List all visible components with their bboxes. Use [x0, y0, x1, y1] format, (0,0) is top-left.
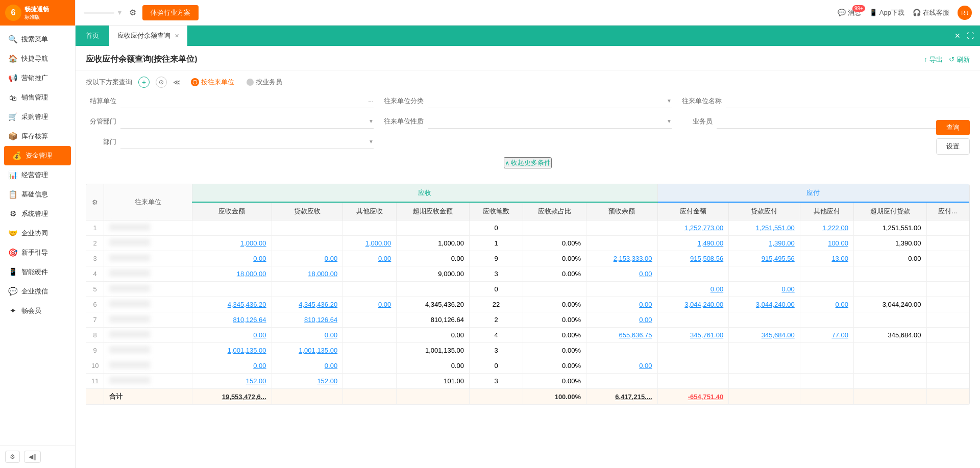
- tabbar-expand-button[interactable]: ⛶: [967, 32, 974, 40]
- row-ap-amount[interactable]: 0.00: [657, 282, 729, 297]
- row-ar-prepay[interactable]: 0.00: [586, 358, 657, 374]
- row-ar-ratio[interactable]: 0.00%: [523, 251, 586, 266]
- row-ar-loan[interactable]: 0.00: [272, 328, 343, 343]
- messages-button[interactable]: 💬 消息 99+: [838, 8, 861, 17]
- row-ar-prepay[interactable]: 0.00: [586, 312, 657, 328]
- row-ar-amount[interactable]: 810,126.64: [192, 312, 272, 328]
- sidebar-item-inventory[interactable]: 📦 库存核算: [0, 127, 75, 146]
- sidebar-item-operations[interactable]: 📊 经营管理: [0, 165, 75, 185]
- row-ar-ratio[interactable]: 0.00%: [523, 328, 586, 343]
- nature-input[interactable]: [428, 115, 667, 127]
- row-ar-amount[interactable]: 1,001,135.00: [192, 343, 272, 358]
- row-ar-prepay[interactable]: 0.00: [586, 297, 657, 312]
- row-ar-amount[interactable]: 4,345,436.20: [192, 297, 272, 312]
- row-ap-loan[interactable]: 345,684.00: [729, 328, 800, 343]
- row-ar-loan[interactable]: 0.00: [272, 358, 343, 374]
- row-ar-count[interactable]: 0: [469, 358, 523, 374]
- row-ar-prepay[interactable]: 2,153,333.00: [586, 251, 657, 266]
- row-ar-count[interactable]: 9: [469, 251, 523, 266]
- row-ar-count[interactable]: 2: [469, 312, 523, 328]
- row-ar-other[interactable]: 0.00: [343, 297, 397, 312]
- row-ar-loan[interactable]: 18,000.00: [272, 266, 343, 282]
- tab-arquery[interactable]: 应收应付余额查询 ✕: [109, 26, 187, 46]
- row-ap-amount[interactable]: 915,508.56: [657, 251, 729, 266]
- row-ap-loan[interactable]: 0.00: [729, 282, 800, 297]
- row-ap-overdue[interactable]: 1,251,551.00: [853, 220, 926, 236]
- row-ap-other[interactable]: 13.00: [800, 251, 853, 266]
- category-arrow[interactable]: ▼: [667, 98, 672, 104]
- footer-ar-amount[interactable]: 19,553,472,6...: [192, 389, 272, 405]
- row-ap-other[interactable]: 77.00: [800, 328, 853, 343]
- sidebar-item-system[interactable]: ⚙ 系统管理: [0, 204, 75, 224]
- row-ap-loan[interactable]: 1,390.00: [729, 236, 800, 251]
- row-ar-overdue[interactable]: 0.00: [397, 358, 470, 374]
- sidebar-item-basics[interactable]: 📋 基础信息: [0, 185, 75, 204]
- row-ar-amount[interactable]: 0.00: [192, 358, 272, 374]
- row-ap-loan[interactable]: 3,044,240.00: [729, 297, 800, 312]
- sidebar-item-guide[interactable]: 🎯 新手引导: [0, 243, 75, 262]
- row-ar-overdue[interactable]: 0.00: [397, 328, 470, 343]
- row-ar-count[interactable]: 1: [469, 236, 523, 251]
- row-ap-amount[interactable]: 3,044,240.00: [657, 297, 729, 312]
- category-input-wrapper[interactable]: ▼: [428, 94, 672, 108]
- plan-button[interactable]: 体验行业方案: [142, 5, 199, 20]
- filter-add-button[interactable]: +: [138, 77, 150, 88]
- sidebar-settings-button[interactable]: ⚙: [5, 451, 20, 463]
- settlement-dots[interactable]: ···: [368, 97, 374, 105]
- sidebar-item-finance[interactable]: 💰 资金管理: [4, 146, 71, 165]
- row-ar-prepay[interactable]: 655,636.75: [586, 328, 657, 343]
- row-ar-count[interactable]: 0: [469, 282, 523, 297]
- department-input-wrapper[interactable]: ▼: [120, 135, 374, 149]
- row-ar-ratio[interactable]: 0.00%: [523, 266, 586, 282]
- sidebar-item-purchase[interactable]: 🛒 采购管理: [0, 107, 75, 127]
- filter-settings-button[interactable]: 设置: [936, 138, 970, 155]
- tab-home[interactable]: 首页: [76, 26, 109, 46]
- tabbar-close-button[interactable]: ✕: [954, 32, 961, 40]
- dept-input-wrapper[interactable]: ▼: [120, 114, 374, 129]
- user-avatar[interactable]: Rit: [958, 6, 972, 20]
- sidebar-item-shortcut[interactable]: 🏠 快捷导航: [0, 49, 75, 68]
- salesperson-input-wrapper[interactable]: ···: [717, 114, 970, 129]
- filter-more-button[interactable]: ∧ 收起更多条件: [504, 157, 552, 168]
- department-arrow[interactable]: ▼: [369, 139, 374, 144]
- download-button[interactable]: 📱 App下载: [869, 8, 904, 17]
- row-ar-ratio[interactable]: 0.00%: [523, 297, 586, 312]
- dept-input[interactable]: [120, 115, 369, 127]
- settlement-input-wrapper[interactable]: ···: [120, 94, 374, 108]
- row-ap-loan[interactable]: 1,251,551.00: [729, 220, 800, 236]
- row-ar-loan[interactable]: 0.00: [272, 251, 343, 266]
- sidebar-collapse-button[interactable]: ◀‖: [24, 451, 41, 463]
- row-ap-loan[interactable]: 915,495.56: [729, 251, 800, 266]
- nature-arrow[interactable]: ▼: [667, 118, 672, 124]
- filter-scheme-by-customer[interactable]: 按往来单位: [191, 78, 234, 87]
- sidebar-item-marketing[interactable]: 📢 营销推广: [0, 68, 75, 88]
- name-input-wrapper[interactable]: [726, 94, 970, 108]
- sidebar-item-search[interactable]: 🔍 搜索菜单: [0, 30, 75, 49]
- row-ar-ratio[interactable]: 0.00%: [523, 343, 586, 358]
- export-button[interactable]: ↑ 导出: [924, 55, 943, 64]
- tab-close-icon[interactable]: ✕: [175, 33, 179, 39]
- filter-scheme-by-employee[interactable]: 按业务员: [247, 78, 282, 87]
- row-ap-amount[interactable]: 1,490.00: [657, 236, 729, 251]
- row-ar-overdue[interactable]: 4,345,436.20: [397, 297, 470, 312]
- row-ar-overdue[interactable]: 101.00: [397, 374, 470, 389]
- row-ar-overdue[interactable]: 9,000.00: [397, 266, 470, 282]
- sidebar-item-sales[interactable]: 🛍 销售管理: [0, 88, 75, 107]
- row-ar-other[interactable]: 1,000.00: [343, 236, 397, 251]
- row-ar-count[interactable]: 0: [469, 220, 523, 236]
- row-ar-loan[interactable]: 810,126.64: [272, 312, 343, 328]
- row-ap-amount[interactable]: 1,252,773.00: [657, 220, 729, 236]
- footer-ar-prepay[interactable]: 6,417,215....: [586, 389, 657, 405]
- settlement-input[interactable]: [120, 95, 368, 107]
- row-ar-ratio[interactable]: 0.00%: [523, 236, 586, 251]
- footer-ap-amount[interactable]: -654,751.40: [657, 389, 729, 405]
- row-ar-amount[interactable]: 18,000.00: [192, 266, 272, 282]
- topbar-gear-icon[interactable]: ⚙: [129, 8, 136, 17]
- row-ar-count[interactable]: 3: [469, 374, 523, 389]
- dept-arrow[interactable]: ▼: [369, 118, 374, 124]
- sidebar-item-wechat[interactable]: 💬 企业微信: [0, 282, 75, 301]
- filter-target-button[interactable]: ⊙: [156, 77, 167, 88]
- row-ap-overdue[interactable]: 345,684.00: [853, 328, 926, 343]
- row-ar-count[interactable]: 22: [469, 297, 523, 312]
- row-ar-ratio[interactable]: 0.00%: [523, 358, 586, 374]
